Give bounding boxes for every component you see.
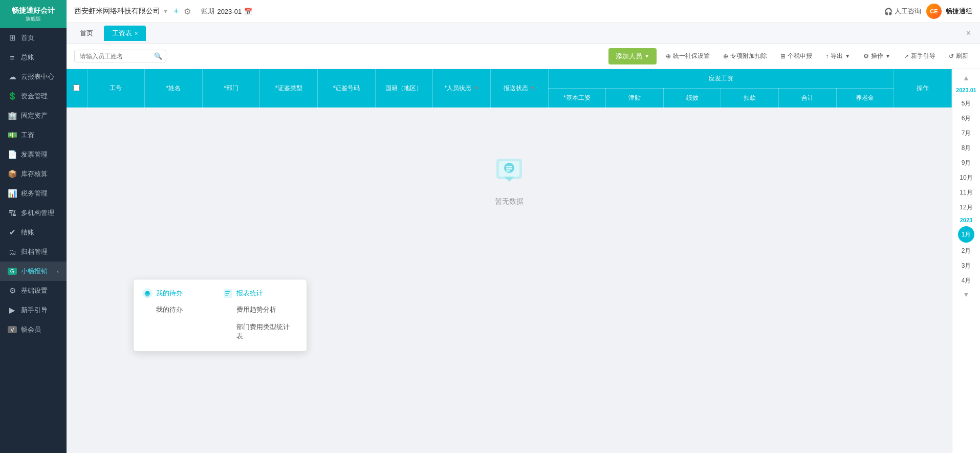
active-month-row: 1月	[952, 225, 980, 244]
th-subsidy: 津贴	[606, 89, 664, 108]
svg-rect-4	[506, 168, 512, 169]
th-checkbox[interactable]	[67, 69, 87, 107]
tab-close-icon[interactable]: ×	[135, 30, 138, 36]
sidebar-item-xiaochang[interactable]: G 小畅报销 ‹	[0, 262, 67, 281]
tab-payroll[interactable]: 工资表 ×	[104, 26, 146, 41]
sidebar-item-basic-settings[interactable]: ⚙ 基础设置	[0, 281, 67, 300]
month-item-1[interactable]: 1月	[958, 226, 974, 243]
sidebar-item-tax[interactable]: 📊 税务管理	[0, 184, 67, 203]
settings-icon[interactable]: ⚙	[184, 7, 191, 16]
empty-state-cell: 暂无数据	[67, 107, 952, 247]
tabbar: 首页 工资表 × ×	[67, 23, 980, 44]
popup-my-todo[interactable]: 我的待办	[142, 303, 218, 316]
popup-dept-expense[interactable]: 部门费用类型统计表	[222, 320, 298, 343]
period-info: 账期 2023-01 📅	[201, 7, 252, 16]
add-person-button[interactable]: 添加人员 ▼	[608, 48, 657, 64]
month-picker: ▲ 2023.01 5月 6月 7月 8月 9月 10月 11月 12月 202…	[952, 69, 980, 453]
app-title: 畅捷通好会计	[12, 6, 55, 15]
operation-btn[interactable]: ⚙ 操作 ▼	[859, 50, 895, 62]
member-icon: V	[8, 326, 17, 333]
empty-text: 暂无数据	[495, 197, 524, 206]
sidebar-item-fund-mgmt[interactable]: 💲 资金管理	[0, 87, 67, 106]
sidebar-item-label: 固定资产	[21, 111, 48, 120]
user-name: 畅捷通组	[946, 7, 972, 16]
add-company-btn[interactable]: +	[173, 6, 179, 17]
assets-icon: 🏢	[8, 111, 17, 120]
social-security-btn[interactable]: ⊕ 统一社保设置	[662, 50, 714, 62]
month-item-7[interactable]: 7月	[952, 126, 980, 141]
sidebar-item-label: 归档管理	[21, 247, 48, 256]
tax-icon: 📊	[8, 189, 17, 198]
month-nav-down[interactable]: ▼	[961, 288, 972, 300]
support-button[interactable]: 🎧 人工咨询	[884, 7, 921, 16]
month-item-2[interactable]: 2月	[952, 244, 980, 258]
th-basic-wage: *基本工资	[548, 89, 606, 108]
sidebar-item-label: 税务管理	[21, 189, 48, 198]
month-item-12[interactable]: 12月	[952, 200, 980, 215]
report-icon	[222, 288, 233, 299]
sidebar-item-general-ledger[interactable]: ≡ 总账	[0, 48, 67, 67]
month-item-6[interactable]: 6月	[952, 111, 980, 126]
action-label: 操作	[871, 52, 883, 60]
company-selector[interactable]: 西安虾米网络科技有限公司 ▼	[74, 7, 168, 16]
search-input[interactable]	[80, 53, 151, 60]
main-content: 西安虾米网络科技有限公司 ▼ + ⚙ 账期 2023-01 📅 🎧 人工咨询 C…	[67, 0, 980, 453]
th-id-type: *证鉴类型	[260, 69, 318, 107]
month-item-9[interactable]: 9月	[952, 156, 980, 170]
export-btn[interactable]: ↑ 导出 ▼	[821, 50, 854, 62]
refresh-btn[interactable]: ↺ 刷新	[945, 50, 972, 62]
status-filter-icon[interactable]: ▼	[473, 85, 479, 91]
tab-label: 首页	[80, 29, 93, 38]
tab-close-btn[interactable]: ×	[962, 27, 975, 40]
month-item-8[interactable]: 8月	[952, 141, 980, 156]
sidebar-item-home[interactable]: ⊞ 首页	[0, 28, 67, 48]
invoice-icon: 📄	[8, 150, 17, 159]
sidebar-item-cloud-report[interactable]: ☁ 云报表中心	[0, 67, 67, 87]
sidebar: 畅捷通好会计 旗舰版 ⊞ 首页 ≡ 总账 ☁ 云报表中心 💲 资金管理 🏢 固定…	[0, 0, 67, 453]
report-filter-icon[interactable]: ▼	[530, 85, 535, 91]
th-total: 合计	[779, 89, 837, 108]
svg-rect-5	[506, 170, 510, 171]
op-icon: ⚙	[863, 53, 869, 60]
sidebar-item-archive[interactable]: 🗂 归档管理	[0, 242, 67, 262]
tax-icon: ⊞	[780, 53, 786, 60]
month-item-3[interactable]: 3月	[952, 258, 980, 273]
special-deduct-btn[interactable]: ⊕ 专项附加扣除	[719, 50, 771, 62]
sidebar-item-member[interactable]: V 畅会员	[0, 320, 67, 339]
month-item-11[interactable]: 11月	[952, 185, 980, 200]
month-nav-up[interactable]: ▲	[961, 72, 972, 84]
sidebar-item-invoice[interactable]: 📄 发票管理	[0, 145, 67, 164]
calendar-icon[interactable]: 📅	[244, 8, 252, 15]
export-icon: ↑	[825, 53, 829, 60]
sidebar-item-label: 新手引导	[21, 306, 48, 315]
sidebar-item-payroll[interactable]: 💵 工资	[0, 125, 67, 145]
payroll-table: 工号 *姓名 *部门 *证鉴类型 *证鉴号码 国籍（地区） *人员状态 ▼ 报送…	[67, 69, 952, 247]
month-item-4[interactable]: 4月	[952, 273, 980, 288]
guide-btn[interactable]: ↗ 新手引导	[900, 50, 940, 62]
search-box[interactable]: 🔍	[74, 50, 166, 62]
month-item-10[interactable]: 10月	[952, 170, 980, 185]
sidebar-item-fixed-assets[interactable]: 🏢 固定资产	[0, 106, 67, 125]
app-subtitle: 旗舰版	[26, 15, 41, 23]
select-all-checkbox[interactable]	[73, 84, 80, 91]
todo-section-label: 我的待办	[156, 289, 183, 298]
sidebar-item-settlement[interactable]: ✔ 结账	[0, 223, 67, 242]
user-menu[interactable]: CE 畅捷通组	[926, 4, 972, 19]
app-logo: 畅捷通好会计 旗舰版	[0, 0, 67, 28]
company-name: 西安虾米网络科技有限公司	[74, 7, 160, 16]
headset-icon: 🎧	[884, 8, 892, 15]
sidebar-item-inventory[interactable]: 📦 库存核算	[0, 164, 67, 184]
empty-illustration	[489, 148, 530, 189]
home-icon: ⊞	[8, 33, 17, 42]
popup-expense-trend[interactable]: 费用趋势分析	[222, 303, 298, 316]
sidebar-item-new-guide[interactable]: ▶ 新手引导	[0, 300, 67, 320]
tab-home[interactable]: 首页	[72, 26, 101, 41]
dropdown-arrow-icon: ▼	[644, 53, 649, 59]
social-icon: ⊕	[666, 53, 671, 60]
search-icon: 🔍	[154, 52, 162, 60]
settle-icon: ✔	[8, 228, 17, 237]
tax-report-btn[interactable]: ⊞ 个税申报	[776, 50, 816, 62]
sidebar-item-multi-org[interactable]: 🏗 多机构管理	[0, 203, 67, 223]
sidebar-item-label: 多机构管理	[21, 208, 54, 218]
month-item-5[interactable]: 5月	[952, 96, 980, 111]
